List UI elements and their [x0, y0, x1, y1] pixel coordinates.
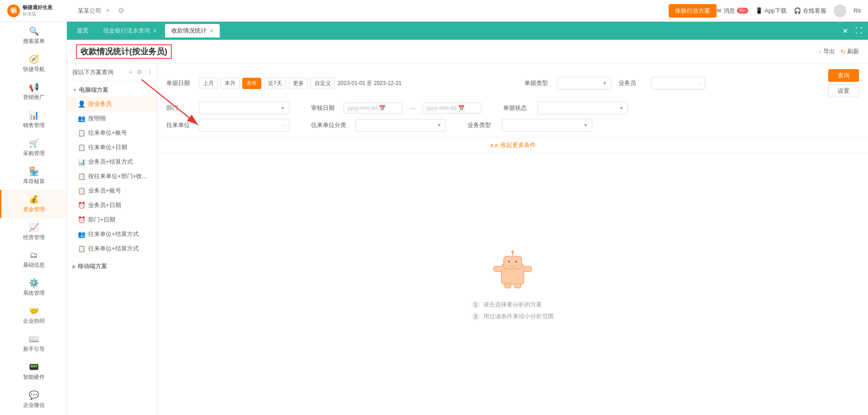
doc-status-select[interactable]: ▼: [538, 102, 628, 114]
empty-hint-2: 2 用过滤条件来缩小分析范围: [472, 312, 554, 321]
scheme-item-salesman-date[interactable]: ⏰ 业务员+日期: [67, 198, 157, 212]
refresh-button[interactable]: ↻ 刷新: [840, 47, 859, 56]
dept-label: 部门: [166, 104, 192, 112]
page-title: 收款情况统计(按业务员): [76, 44, 172, 59]
date-btn-last-7-days[interactable]: 近7天: [264, 78, 286, 89]
svg-rect-10: [494, 266, 502, 272]
top-bar: 畅 畅捷通好生意 标准版 某某公司 ▼ ⚙ 体验行业方案 ✉ 消息 99+ 📱 …: [0, 0, 868, 22]
scheme-item-partner-date[interactable]: 📋 往来单位+日期: [67, 140, 157, 155]
sidebar-item-search[interactable]: 🔍 搜索菜单: [0, 22, 66, 50]
tab-bar: 首页 现金银行流水查询 ✕ 收款情况统计 ✕ ✕ ⛶: [67, 22, 868, 40]
svg-point-4: [508, 261, 510, 263]
wechat-icon: 💬: [29, 390, 39, 400]
tab-bank-flow[interactable]: 现金银行流水查询 ✕: [97, 24, 163, 38]
sidebar-item-inventory[interactable]: 🏪 库存核算: [0, 162, 66, 190]
guide-icon: 📖: [29, 334, 39, 344]
date-btn-more[interactable]: 更多: [289, 78, 308, 89]
online-service-button[interactable]: 🎧 在线客服: [794, 7, 826, 15]
partner-more-icon[interactable]: ···: [281, 123, 285, 128]
salesman-scheme-icon: 👤: [78, 100, 85, 108]
salesman-label: 业务员: [618, 79, 644, 87]
sidebar-item-basicinfo[interactable]: 🗂 基础信息: [0, 246, 66, 274]
scheme-item-salesman-payment[interactable]: 📊 业务员+结算方式: [67, 155, 157, 169]
voucher-type-select[interactable]: ▼: [557, 77, 611, 90]
partner-class-chevron: ▼: [437, 123, 442, 128]
sidebar-item-corp-collab[interactable]: 🤝 企业协同: [0, 302, 66, 330]
mobile-scheme-section: ▶ 移动端方案: [67, 258, 157, 275]
top-right-actions: ✉ 消息 99+ 📱 App下载 🎧 在线客服 Rit: [717, 5, 861, 17]
date-label: 单据日期: [166, 79, 192, 87]
settings-button[interactable]: 设置: [828, 85, 859, 97]
scheme-panel-header: 按以下方案查询 ＋ ⚙ 《: [67, 64, 157, 81]
inventory-icon: 🏪: [29, 166, 39, 176]
scheme-item-dept-date[interactable]: ⏰ 部门+日期: [67, 212, 157, 227]
messages-button[interactable]: ✉ 消息 99+: [717, 7, 748, 15]
export-button[interactable]: ↑ 导出: [819, 47, 835, 56]
date-separator: —: [410, 105, 415, 112]
audit-date-start-input[interactable]: yyyy-mm-dd 📅: [344, 103, 402, 113]
sidebar-item-guide[interactable]: 📖 新手引导: [0, 330, 66, 358]
user-name: Rit: [854, 7, 861, 14]
sidebar-item-sales[interactable]: 📊 销售管理: [0, 106, 66, 134]
add-scheme-icon[interactable]: ＋: [127, 68, 134, 76]
partner-select[interactable]: ···: [199, 119, 289, 132]
desktop-expand-icon: ▼: [72, 87, 77, 93]
sidebar-item-operations[interactable]: 📈 经营管理: [0, 218, 66, 246]
dept-select[interactable]: ▼: [199, 102, 289, 114]
settings-gear-icon[interactable]: ⚙: [118, 6, 124, 15]
desktop-scheme-title[interactable]: ▼ 电脑端方案: [67, 83, 157, 97]
date-btn-custom[interactable]: 自定义: [311, 78, 335, 89]
collapse-scheme-icon[interactable]: 《: [145, 68, 151, 76]
empty-hints: 1 请先选择要分析的方案 2 用过滤条件来缩小分析范围: [472, 301, 554, 321]
scheme-item-partner-settlement2[interactable]: 📋 往来单位+结算方式: [67, 241, 157, 256]
tab-close-bank-flow[interactable]: ✕: [153, 28, 157, 33]
scheme-item-partner-settlement1[interactable]: 👥 往来单位+结算方式: [67, 227, 157, 241]
doc-status-chevron: ▼: [619, 105, 624, 111]
calendar-icon-2: 📅: [458, 105, 465, 111]
salesman-more-icon[interactable]: ···: [697, 80, 701, 86]
filter-actions: 查询 设置: [828, 69, 859, 97]
tab-close-collection-stats[interactable]: ✕: [209, 28, 213, 33]
salesman-select[interactable]: ···: [651, 77, 705, 90]
sidebar-item-wechat[interactable]: 💬 企业微信: [0, 386, 66, 414]
partner-dept-icon: 📋: [78, 173, 85, 180]
tab-collection-stats[interactable]: 收款情况统计 ✕: [165, 24, 220, 38]
mobile-scheme-title[interactable]: ▶ 移动端方案: [67, 259, 157, 273]
trial-button[interactable]: 体验行业方案: [669, 4, 717, 18]
partner-class-select[interactable]: ▼: [355, 119, 446, 132]
filter-row-2: 部门 ▼ 审核日期 yyyy-mm-dd 📅 — yyyy-mm-dd: [166, 102, 859, 114]
collapse-bar[interactable]: ∧∧ 收起更多条件: [157, 137, 868, 153]
scheme-item-partner-dept[interactable]: 📋 按往来单位+部门+收...: [67, 169, 157, 184]
sidebar-item-system[interactable]: ⚙️ 系统管理: [0, 274, 66, 302]
date-btn-last-month[interactable]: 上月: [199, 78, 218, 89]
sidebar-item-quicknav[interactable]: 🧭 快捷导航: [0, 50, 66, 78]
svg-rect-11: [524, 266, 532, 272]
scheme-item-detail[interactable]: 👥 按明细: [67, 111, 157, 126]
sidebar-item-finance[interactable]: 💰 资金管理: [0, 190, 66, 218]
scheme-item-partner-account[interactable]: 📋 往来单位+账号: [67, 126, 157, 140]
date-btn-this-year[interactable]: 本年: [242, 78, 261, 89]
sidebar-item-marketing[interactable]: 📢 营销推广: [0, 78, 66, 106]
tab-maximize-button[interactable]: ⛶: [854, 25, 864, 37]
partner-settlement1-icon: 👥: [78, 231, 85, 238]
scheme-item-salesman-account[interactable]: 📋 业务员+账号: [67, 184, 157, 198]
tab-close-all-button[interactable]: ✕: [840, 25, 850, 37]
sidebar-item-purchase[interactable]: 🛒 采购管理: [0, 134, 66, 162]
layout: 🔍 搜索菜单 🧭 快捷导航 📢 营销推广 📊 销售管理 🛒 采购管理 🏪 库存核…: [0, 0, 868, 415]
download-icon: 📱: [755, 7, 763, 14]
app-download-button[interactable]: 📱 App下载: [755, 7, 787, 15]
user-avatar[interactable]: [834, 5, 846, 17]
biz-type-select[interactable]: ▼: [502, 119, 592, 132]
scheme-item-salesman[interactable]: 👤 按业务员: [67, 97, 157, 111]
desktop-scheme-section: ▼ 电脑端方案 👤 按业务员 👥 按明细 📋 往来单位+账号: [67, 81, 157, 258]
date-btn-this-month[interactable]: 本月: [221, 78, 240, 89]
partner-settlement2-icon: 📋: [78, 245, 85, 252]
filter-row-1: 单据日期 上月 本月 本年 近7天 更多 自定义 2023-01-01 至 20…: [166, 69, 859, 97]
tab-home[interactable]: 首页: [71, 24, 95, 38]
query-button[interactable]: 查询: [828, 69, 859, 82]
sidebar-item-hardware[interactable]: 📟 智能硬件: [0, 358, 66, 386]
audit-date-end-input[interactable]: yyyy-mm-dd 📅: [423, 103, 481, 113]
settings-scheme-icon[interactable]: ⚙: [137, 68, 142, 76]
page-header: 收款情况统计(按业务员) ↑ 导出 ↻ 刷新: [67, 40, 868, 64]
date-group: 上月 本月 本年 近7天 更多 自定义 2023-01-01 至 2023-12…: [199, 78, 401, 89]
